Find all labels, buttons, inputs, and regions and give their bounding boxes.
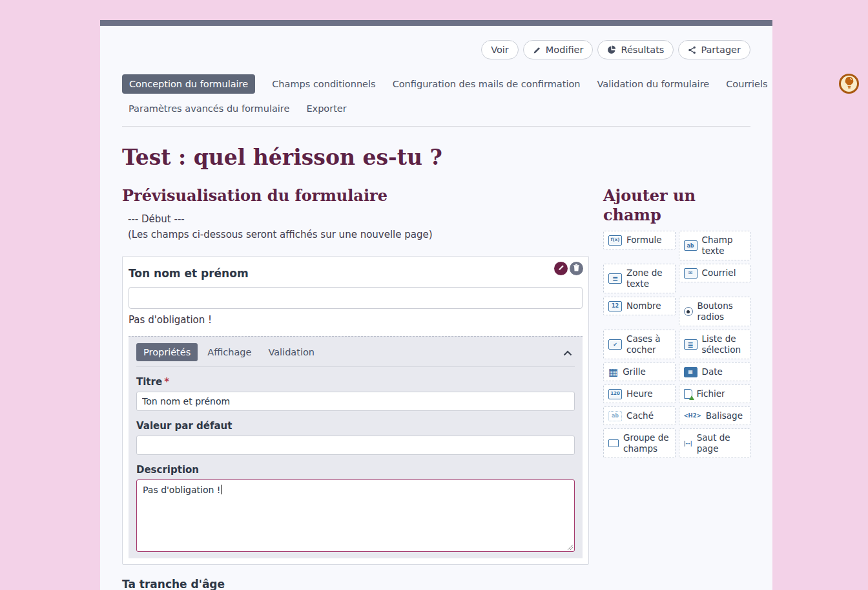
tabs-row-2: Paramètres avancés du formulaire Exporte… — [129, 99, 750, 118]
add-date-button[interactable]: ▦ Date — [679, 363, 751, 381]
checkbox-icon: ✔ — [608, 339, 622, 350]
add-button-label: Nombre — [626, 300, 670, 311]
textarea-icon: ≡ — [608, 273, 622, 284]
add-nombre-button[interactable]: 12 Nombre — [603, 297, 676, 315]
add-button-label: Saut de page — [697, 432, 745, 454]
default-value-input[interactable] — [136, 436, 575, 455]
page-break-note: (Les champs ci-dessous seront affichés s… — [128, 227, 589, 242]
tab-parametres-avances[interactable]: Paramètres avancés du formulaire — [129, 99, 289, 118]
formula-icon: f(x) — [608, 235, 622, 246]
properties-panel: Propriétés Affichage Validation Titre* — [129, 336, 583, 558]
add-button-label: Balisage — [706, 410, 745, 421]
tab-validation-du-formulaire[interactable]: Validation du formulaire — [597, 74, 709, 94]
fieldset-icon — [608, 439, 619, 447]
edit-field-button[interactable] — [554, 262, 568, 275]
add-courriel-button[interactable]: ✉ Courriel — [679, 264, 751, 282]
add-button-label: Date — [702, 366, 746, 377]
grid-icon: ▦ — [608, 368, 618, 377]
tab-champs-conditionnels[interactable]: Champs conditionnels — [272, 74, 375, 94]
title-label: Titre* — [136, 376, 575, 388]
field-card-actions — [554, 262, 583, 275]
tab-validation[interactable]: Validation — [261, 343, 322, 361]
share-icon — [688, 46, 696, 54]
add-formule-button[interactable]: f(x) Formule — [603, 231, 676, 249]
tab-exporter[interactable]: Exporter — [306, 99, 346, 118]
tabs-row-1: Conception du formulaire Champs conditio… — [122, 74, 750, 94]
add-button-label: Fichier — [697, 388, 746, 399]
number-icon: 12 — [608, 301, 622, 311]
title-field-group: Titre* — [136, 376, 575, 411]
add-heure-button[interactable]: 120 Heure — [603, 385, 676, 403]
description-textarea[interactable]: Pas d'obligation ! — [136, 479, 575, 552]
help-bulb-button[interactable] — [839, 74, 859, 94]
tab-proprietes[interactable]: Propriétés — [136, 343, 198, 361]
edit-button-label: Modifier — [546, 45, 584, 55]
view-button-label: Voir — [491, 45, 509, 55]
add-balisage-button[interactable]: <H2> Balisage — [679, 406, 751, 425]
add-button-label: Heure — [626, 388, 670, 399]
tab-configuration-mails[interactable]: Configuration des mails de confirmation — [393, 74, 581, 94]
properties-panel-tabs: Propriétés Affichage Validation — [136, 343, 575, 367]
add-button-label: Courriel — [702, 268, 746, 279]
results-button[interactable]: Résultats — [597, 40, 674, 59]
select-list-icon: ≣ — [684, 339, 698, 350]
trash-icon — [573, 264, 580, 273]
view-button[interactable]: Voir — [481, 40, 519, 59]
add-zone-de-texte-button[interactable]: ≡ Zone de texte — [603, 264, 676, 293]
add-field-grid: f(x) Formule ab Champ texte ≡ Zone de te… — [603, 231, 750, 458]
field-description: Pas d'obligation ! — [129, 314, 583, 326]
tab-courriels[interactable]: Courriels — [726, 74, 767, 94]
add-field-sidebar: Ajouter un champ f(x) Formule ab Champ t… — [603, 186, 750, 590]
add-cache-button[interactable]: ab Caché — [603, 406, 676, 425]
textfield-icon: ab — [684, 240, 698, 251]
page-break-icon: |--| — [684, 438, 692, 449]
add-liste-de-selection-button[interactable]: ≣ Liste de sélection — [679, 330, 751, 359]
lightbulb-icon — [843, 76, 855, 91]
delete-field-button[interactable] — [570, 262, 583, 275]
description-field-group: Description Pas d'obligation ! — [136, 464, 575, 552]
top-accent-bar — [100, 20, 772, 26]
main-container: Voir Modifier Résultats Partager — [100, 20, 772, 590]
field-card: Ton nom et prénom Pas d'obligation ! Pro… — [122, 256, 589, 565]
add-groupe-de-champs-button[interactable]: Groupe de champs — [603, 428, 676, 458]
default-value-label: Valeur par défaut — [136, 420, 575, 432]
description-textarea-value: Pas d'obligation ! — [143, 485, 220, 495]
collapse-panel-button[interactable] — [561, 345, 575, 360]
text-caret — [221, 485, 222, 494]
name-field-input[interactable] — [129, 287, 583, 309]
preview-heading: Prévisualisation du formulaire — [122, 186, 589, 205]
calendar-icon: ▦ — [684, 367, 698, 377]
add-fichier-button[interactable]: Fichier — [679, 385, 751, 403]
edit-button[interactable]: Modifier — [523, 40, 594, 59]
add-button-label: Grille — [623, 366, 670, 377]
email-icon: ✉ — [684, 268, 698, 279]
form-preview-column: Prévisualisation du formulaire --- Début… — [122, 186, 589, 590]
add-field-heading: Ajouter un champ — [603, 186, 750, 225]
add-button-label: Formule — [626, 235, 670, 246]
add-saut-de-page-button[interactable]: |--| Saut de page — [679, 428, 751, 458]
add-cases-a-cocher-button[interactable]: ✔ Cases à cocher — [603, 330, 676, 359]
share-button[interactable]: Partager — [678, 40, 750, 59]
hidden-field-icon: ab — [608, 411, 622, 421]
add-button-label: Champ texte — [702, 235, 746, 257]
tab-conception-du-formulaire[interactable]: Conception du formulaire — [122, 74, 255, 94]
description-label: Description — [136, 464, 575, 476]
title-input[interactable] — [136, 392, 575, 411]
toolbar: Voir Modifier Résultats Partager — [122, 40, 750, 59]
add-boutons-radios-button[interactable]: Boutons radios — [679, 297, 751, 326]
chevron-up-icon — [563, 346, 572, 359]
tabs-separator — [122, 126, 750, 127]
file-upload-icon — [684, 389, 692, 399]
add-champ-texte-button[interactable]: ab Champ texte — [679, 231, 751, 260]
time-icon: 120 — [608, 389, 622, 399]
add-button-label: Cases à cocher — [626, 333, 670, 355]
tab-affichage[interactable]: Affichage — [200, 343, 258, 361]
title-label-text: Titre — [136, 376, 162, 388]
field-label: Ton nom et prénom — [129, 267, 583, 280]
edit-pencil-icon — [557, 264, 565, 273]
default-value-field-group: Valeur par défaut — [136, 420, 575, 455]
add-grille-button[interactable]: ▦ Grille — [603, 363, 676, 381]
add-button-label: Groupe de champs — [623, 432, 670, 454]
required-marker: * — [164, 376, 169, 388]
textarea-resize-handle[interactable] — [566, 543, 573, 550]
